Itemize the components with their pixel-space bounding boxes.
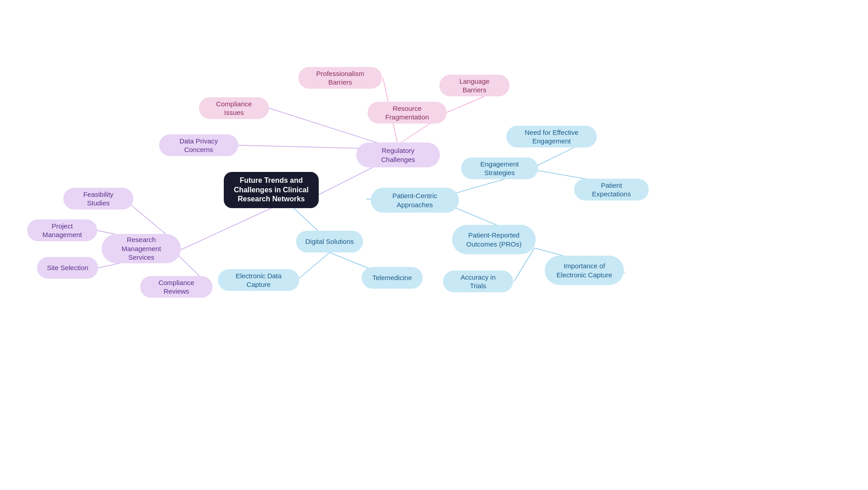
patient-expectations-label: Patient Expectations	[583, 181, 640, 199]
professionalism-barriers-label: Professionalism Barriers	[307, 69, 373, 87]
patient-centric-node: Patient-Centric Approaches	[371, 188, 459, 213]
importance-electronic-capture-node: Importance of Electronic Capture	[545, 256, 624, 285]
center-node: Future Trends and Challenges in Clinical…	[224, 172, 319, 208]
patient-reported-outcomes-label: Patient-Reported Outcomes (PROs)	[461, 231, 527, 248]
regulatory-challenges-node: Regulatory Challenges	[356, 143, 440, 167]
center-label: Future Trends and Challenges in Clinical…	[233, 176, 310, 204]
svg-line-13	[297, 252, 330, 280]
accuracy-trials-node: Accuracy in Trials	[443, 271, 513, 292]
data-privacy-node: Data Privacy Concerns	[159, 134, 238, 156]
project-management-node: Project Management	[27, 219, 97, 241]
site-selection-node: Site Selection	[37, 257, 98, 279]
compliance-issues-label: Compliance Issues	[208, 100, 260, 117]
importance-electronic-capture-label: Importance of Electronic Capture	[554, 262, 615, 279]
telemedicine-node: Telemedicine	[362, 267, 423, 289]
accuracy-trials-label: Accuracy in Trials	[452, 273, 504, 290]
regulatory-challenges-label: Regulatory Challenges	[365, 146, 431, 164]
patient-expectations-node: Patient Expectations	[574, 179, 649, 200]
compliance-reviews-node: Compliance Reviews	[140, 276, 212, 298]
engagement-strategies-node: Engagement Strategies	[461, 157, 538, 179]
digital-solutions-label: Digital Solutions	[305, 237, 354, 246]
engagement-strategies-label: Engagement Strategies	[470, 160, 529, 177]
feasibility-studies-label: Feasibility Studies	[72, 190, 124, 208]
project-management-label: Project Management	[36, 222, 88, 239]
resource-fragmentation-label: Resource Fragmentation	[377, 104, 438, 122]
electronic-data-capture-node: Electronic Data Capture	[218, 269, 299, 291]
patient-reported-outcomes-node: Patient-Reported Outcomes (PROs)	[452, 225, 536, 254]
language-barriers-node: Language Barriers	[439, 75, 509, 96]
feasibility-studies-node: Feasibility Studies	[63, 188, 133, 209]
svg-line-1	[181, 208, 271, 250]
telemedicine-label: Telemedicine	[373, 273, 412, 282]
research-management-node: Research Management Services	[102, 234, 181, 263]
language-barriers-label: Language Barriers	[448, 77, 500, 95]
site-selection-label: Site Selection	[47, 263, 89, 272]
data-privacy-label: Data Privacy Concerns	[168, 137, 229, 154]
compliance-reviews-label: Compliance Reviews	[149, 278, 203, 296]
patient-centric-label: Patient-Centric Approaches	[380, 191, 450, 209]
compliance-issues-node: Compliance Issues	[199, 97, 269, 119]
research-management-label: Research Management Services	[111, 235, 172, 262]
need-engagement-label: Need for Effective Engagement	[515, 128, 588, 146]
digital-solutions-node: Digital Solutions	[296, 231, 363, 252]
professionalism-barriers-node: Professionalism Barriers	[298, 67, 382, 89]
electronic-data-capture-label: Electronic Data Capture	[227, 271, 290, 289]
need-engagement-node: Need for Effective Engagement	[506, 126, 597, 147]
resource-fragmentation-node: Resource Fragmentation	[368, 102, 447, 124]
